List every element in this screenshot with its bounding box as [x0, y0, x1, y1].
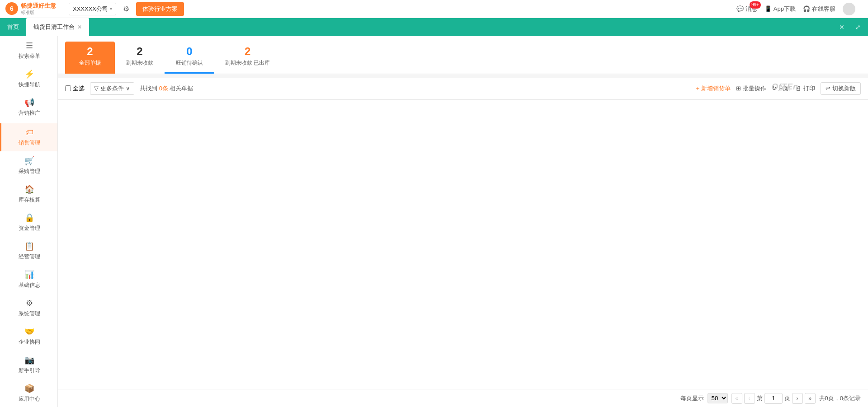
- app-download-label: App下载: [774, 5, 796, 13]
- toolbar-left: 全选 ▽ 更多条件 ∨ 共找到 0条 相关单据: [65, 82, 193, 95]
- batch-label: 批量操作: [743, 84, 766, 93]
- stats-tab-wangpu[interactable]: 0 旺铺待确认: [165, 42, 214, 74]
- tab-workbench[interactable]: 钱货日清工作台 ✕: [26, 18, 89, 36]
- found-suffix: 相关单据: [170, 85, 193, 92]
- header-right: 💬 消息 99+ 📱 App下载 🎧 在线客服: [736, 3, 863, 15]
- sidebar-item-operations[interactable]: 📋 经营管理: [0, 237, 57, 265]
- sidebar-item-search-menu[interactable]: ☰ 搜索菜单: [0, 36, 57, 65]
- sidebar-item-marketing[interactable]: 📢 营销推广: [0, 93, 57, 122]
- online-service-button[interactable]: 🎧 在线客服: [803, 5, 835, 13]
- tab-close-icon[interactable]: ✕: [77, 24, 82, 30]
- select-all-input[interactable]: [65, 85, 71, 91]
- tab-home[interactable]: 首页: [0, 18, 26, 36]
- first-page-button[interactable]: «: [731, 393, 742, 404]
- switch-label: 切换新版: [832, 84, 856, 93]
- stats-tab-all[interactable]: 2 全部单据: [65, 42, 115, 74]
- sidebar-item-sales[interactable]: 🏷 销售管理: [0, 123, 57, 151]
- sidebar-marketing-label: 营销推广: [19, 109, 40, 117]
- stats-tab-overdue-shipped[interactable]: 2 到期未收款 已出库: [214, 42, 281, 74]
- filter-icon: ▽: [94, 85, 99, 92]
- app-download-button[interactable]: 📱 App下载: [764, 5, 796, 13]
- sidebar: ☰ 搜索菜单 ⚡ 快捷导航 📢 营销推广 🏷 销售管理 🛒 采购管理 🏠 库存核…: [0, 36, 58, 407]
- sidebar-item-guide[interactable]: 📷 新手引导: [0, 351, 57, 379]
- sidebar-search-menu-label: 搜索菜单: [19, 52, 40, 60]
- sidebar-operations-label: 经营管理: [19, 253, 40, 261]
- chevron-down-icon: ▾: [110, 6, 112, 11]
- sidebar-purchase-label: 采购管理: [19, 168, 40, 175]
- stats-label-overdue-shipped: 到期未收款 已出库: [225, 59, 270, 67]
- quick-nav-icon: ⚡: [24, 69, 34, 79]
- filter-label: 更多条件: [100, 84, 124, 93]
- batch-operation-button[interactable]: ⊞ 批量操作: [736, 84, 766, 93]
- company-selector[interactable]: XXXXXX公司 ▾: [69, 3, 116, 15]
- tab-bar: 首页 钱货日清工作台 ✕ ✕ ⤢: [0, 18, 868, 36]
- watermark-text: OfTEn: [772, 82, 798, 92]
- tab-expand-button[interactable]: ⤢: [852, 21, 864, 33]
- message-button[interactable]: 💬 消息 99+: [736, 5, 757, 13]
- sidebar-system-label: 系统管理: [19, 310, 40, 318]
- stats-label-wangpu: 旺铺待确认: [176, 59, 203, 67]
- print-label: 打印: [803, 84, 815, 93]
- tab-bar-actions: ✕ ⤢: [835, 21, 868, 33]
- logo-main: 畅捷通好生意: [21, 2, 56, 10]
- sidebar-item-enterprise[interactable]: 🤝 企业协同: [0, 322, 57, 351]
- tab-home-label: 首页: [7, 23, 19, 31]
- select-all-checkbox[interactable]: 全选: [65, 84, 85, 93]
- guide-icon: 📷: [24, 355, 34, 365]
- total-info: 共0页，0条记录: [819, 394, 861, 402]
- sidebar-app-center-label: 应用中心: [19, 395, 40, 403]
- trial-button[interactable]: 体验行业方案: [136, 2, 184, 16]
- stats-count-all: 2: [87, 45, 93, 58]
- tab-close-button[interactable]: ✕: [835, 21, 848, 33]
- per-page-label: 每页显示: [680, 394, 704, 402]
- stats-count-wangpu: 0: [186, 45, 192, 58]
- search-menu-icon: ☰: [26, 41, 33, 51]
- sidebar-item-system[interactable]: ⚙ 系统管理: [0, 294, 57, 322]
- sidebar-item-inventory[interactable]: 🏠 库存核算: [0, 180, 57, 208]
- header-left: 6 畅捷通好生意 标准版 XXXXXX公司 ▾ ⚙ 体验行业方案: [5, 2, 184, 16]
- next-page-button[interactable]: ›: [792, 393, 803, 404]
- sidebar-item-basic-info[interactable]: 📊 基础信息: [0, 265, 57, 294]
- add-sales-order-button[interactable]: + 新增销货单: [696, 84, 731, 93]
- sidebar-item-purchase[interactable]: 🛒 采购管理: [0, 151, 57, 180]
- page-input[interactable]: [764, 393, 783, 404]
- logo-area: 6 畅捷通好生意 标准版: [5, 2, 56, 16]
- inventory-icon: 🏠: [24, 184, 34, 194]
- stats-count-overdue: 2: [137, 45, 142, 58]
- marketing-icon: 📢: [24, 98, 34, 108]
- system-icon: ⚙: [26, 298, 33, 308]
- settings-button[interactable]: ⚙: [120, 3, 132, 15]
- top-header: 6 畅捷通好生意 标准版 XXXXXX公司 ▾ ⚙ 体验行业方案 💬 消息 99…: [0, 0, 868, 18]
- sidebar-basic-info-label: 基础信息: [19, 281, 40, 289]
- switch-version-button[interactable]: ⇌ 切换新版: [821, 82, 861, 95]
- sidebar-finance-label: 资金管理: [19, 225, 40, 232]
- per-page-select[interactable]: 50: [708, 393, 728, 403]
- user-avatar[interactable]: [843, 3, 855, 15]
- sidebar-item-finance[interactable]: 🔒 资金管理: [0, 208, 57, 237]
- stats-label-all: 全部单据: [79, 59, 101, 67]
- company-name: XXXXXX公司: [73, 5, 108, 13]
- filter-chevron-icon: ∨: [126, 85, 130, 92]
- stats-count-overdue-shipped: 2: [245, 45, 250, 58]
- print-button[interactable]: 🖨 打印: [796, 84, 815, 93]
- prev-page-button[interactable]: ‹: [744, 393, 755, 404]
- sidebar-inventory-label: 库存核算: [19, 196, 40, 204]
- service-icon: 🎧: [803, 5, 810, 12]
- sidebar-sales-label: 销售管理: [19, 139, 40, 147]
- filter-button[interactable]: ▽ 更多条件 ∨: [90, 82, 134, 95]
- toolbar: 全选 ▽ 更多条件 ∨ 共找到 0条 相关单据 + 新增销货单: [58, 78, 868, 100]
- batch-icon: ⊞: [736, 85, 741, 92]
- sidebar-item-app-center[interactable]: 📦 应用中心: [0, 379, 57, 407]
- sidebar-item-quick-nav[interactable]: ⚡ 快捷导航: [0, 65, 57, 93]
- last-page-button[interactable]: »: [805, 393, 816, 404]
- operations-icon: 📋: [24, 241, 34, 251]
- tab-workbench-label: 钱货日清工作台: [33, 23, 75, 31]
- online-service-label: 在线客服: [812, 5, 835, 13]
- stats-tab-overdue[interactable]: 2 到期未收款: [115, 42, 165, 74]
- app-center-icon: 📦: [24, 384, 34, 393]
- message-badge: 99+: [750, 1, 761, 9]
- add-label: 新增销货单: [701, 84, 731, 93]
- stats-label-overdue: 到期未收款: [126, 59, 153, 67]
- message-icon: 💬: [736, 5, 744, 12]
- page-label: 第: [757, 394, 763, 402]
